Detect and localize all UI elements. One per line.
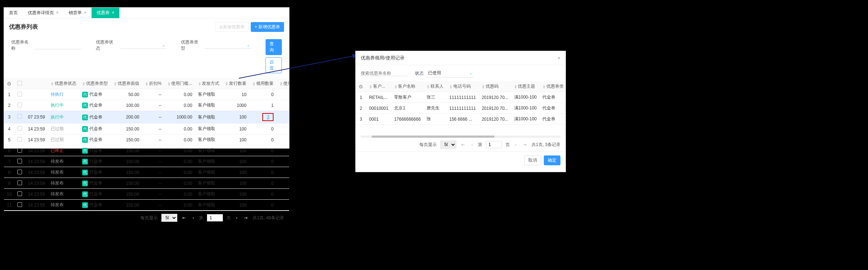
modal-title: 优惠券领用/使用记录 <box>361 55 405 61</box>
page-size-select[interactable]: 50 <box>161 214 177 222</box>
tab-bar: 首页 优惠券详情页× 销货单× 优惠券× <box>4 8 289 18</box>
first-page-icon[interactable]: ⇤ <box>181 215 187 220</box>
usage-record-modal: 优惠券领用/使用记录 × ⌕ 状态 已使用⌄ ⚙ ▲▼客户... ▲▼客户名称 … <box>355 51 566 172</box>
table-row[interactable]: 3000117666666666张156 6666 ...2019120 70.… <box>356 114 566 125</box>
row-checkbox[interactable] <box>17 191 22 196</box>
filter-type-select[interactable]: ⌄ <box>205 42 251 49</box>
tab-home[interactable]: 首页 <box>4 8 23 18</box>
row-checkbox[interactable] <box>17 103 22 107</box>
table-row[interactable]: 3 07 23:59 执行中 代代金券 200.00 -- 1000.00 客户… <box>4 111 289 124</box>
claim-count-link[interactable]: 3 <box>262 113 274 121</box>
filter-name-label: 优惠券名称 <box>11 39 31 51</box>
pagination-summary: 共1页, 49条记录 <box>253 215 284 221</box>
table-row[interactable]: 6 14 23:59 已终止 代代金券 150.00 -- 0.00 客户领取 … <box>4 145 289 156</box>
row-checkbox[interactable] <box>17 202 22 207</box>
search-box[interactable]: ⌕ <box>361 71 408 76</box>
horizontal-scrollbar[interactable] <box>361 136 560 138</box>
prev-page-icon[interactable]: ‹ <box>470 142 474 147</box>
table-row[interactable]: 10 14 23:59 待发布 代代金券 150.00 -- 0.00 客户领取… <box>4 189 289 200</box>
filter-status-select[interactable]: ⌄ <box>120 42 166 49</box>
filter-status-label: 优惠券状态 <box>96 39 117 51</box>
page-header: 优惠券列表 ⊘ 发放优惠券 + 新增优惠券 <box>4 18 289 36</box>
filter-bar: 优惠券名称 优惠券状态⌄ 优惠券类型⌄ 查询 设置 <box>4 36 289 78</box>
page-input[interactable] <box>486 141 502 148</box>
modal-status-select[interactable]: 已使用⌄ <box>427 69 474 78</box>
close-icon[interactable]: × <box>558 55 560 61</box>
last-page-icon[interactable]: ⇥ <box>242 215 249 220</box>
add-coupon-button[interactable]: + 新增优惠券 <box>251 22 284 32</box>
table-row[interactable]: 4 14 23:59 已过期 代代金券 150.00 -- 0.00 客户领取 … <box>4 124 289 134</box>
last-page-icon[interactable]: ⇥ <box>521 142 528 147</box>
pagination: 每页显示 50 ⇤ ‹ 第 页 › ⇥ 共1页, 49条记录 <box>4 211 289 225</box>
gear-icon[interactable]: ⚙ <box>359 84 363 90</box>
gear-icon[interactable]: ⚙ <box>7 81 12 87</box>
query-button[interactable]: 查询 <box>266 39 282 55</box>
table-row[interactable]: 8 14 23:59 待发布 代代金券 150.00 -- 0.00 客户领取 … <box>4 167 289 178</box>
chevron-down-icon: ⌄ <box>162 43 165 47</box>
row-checkbox[interactable] <box>17 148 22 153</box>
page-size-select[interactable]: 50 <box>440 141 456 149</box>
row-checkbox[interactable] <box>17 170 22 174</box>
row-checkbox[interactable] <box>17 114 22 119</box>
main-window: 首页 优惠券详情页× 销货单× 优惠券× 优惠券列表 ⊘ 发放优惠券 + 新增优… <box>4 7 289 149</box>
row-checkbox[interactable] <box>17 180 22 185</box>
confirm-button[interactable]: 确定 <box>544 155 560 165</box>
chevron-down-icon: ⌄ <box>469 71 472 75</box>
distribute-button[interactable]: ⊘ 发放优惠券 <box>215 22 249 32</box>
cancel-button[interactable]: 取消 <box>524 155 541 165</box>
chevron-down-icon: ⌄ <box>247 43 250 47</box>
next-page-icon[interactable]: › <box>513 142 518 147</box>
prev-page-icon[interactable]: ‹ <box>191 215 195 220</box>
tab-sales-order[interactable]: 销货单× <box>64 8 92 18</box>
table-row[interactable]: 9 14 23:59 待发布 代代金券 150.00 -- 0.00 客户领取 … <box>4 178 289 189</box>
filter-name-input[interactable] <box>34 42 81 49</box>
row-checkbox[interactable] <box>17 137 22 142</box>
page-input[interactable] <box>207 214 223 221</box>
table-row[interactable]: 2 执行中 代代金券 100.00 -- 0.00 客户领取 1000 1 0 … <box>4 100 289 111</box>
table-row[interactable]: 5 14 23:59 已过期 代代金券 150.00 -- 0.00 客户领取 … <box>4 134 289 145</box>
row-checkbox[interactable] <box>17 126 22 131</box>
page-title: 优惠券列表 <box>9 23 38 31</box>
close-icon[interactable]: × <box>84 10 86 15</box>
table-row[interactable]: 1 待执行 代代金券 50.00 -- 0.00 客户领取 10 0 0 ↗⊞ <box>4 89 289 100</box>
row-checkbox[interactable] <box>17 159 22 163</box>
close-icon[interactable]: × <box>56 10 59 15</box>
pagination-summary: 共1页, 3条记录 <box>532 142 560 148</box>
settings-button[interactable]: 设置 <box>266 57 282 73</box>
coupon-table: ⚙ ▲▼优惠券状态 ▲▼优惠券类型 ▲▼优惠券面值 ▲▼折扣% ▲▼使用门槛..… <box>4 78 289 211</box>
filter-type-label: 优惠券类型 <box>181 39 202 51</box>
table-row[interactable]: 200010001北京1唐先生111111111112019120 70...满… <box>356 103 566 114</box>
table-row[interactable]: 7 14 23:59 待发布 代代金券 150.00 -- 0.00 客户领取 … <box>4 156 289 167</box>
first-page-icon[interactable]: ⇤ <box>460 142 466 147</box>
search-input[interactable] <box>361 71 415 76</box>
row-checkbox[interactable] <box>17 92 22 96</box>
table-row[interactable]: 11 14 23:59 待发布 代代金券 150.00 -- 0.00 客户领取… <box>4 200 289 211</box>
select-all-checkbox[interactable] <box>17 81 22 86</box>
table-row[interactable]: 1RETAIL...零散客户张三111111111112019120 70...… <box>356 92 566 103</box>
tab-coupon-detail[interactable]: 优惠券详情页× <box>23 8 64 18</box>
close-icon[interactable]: × <box>112 10 114 15</box>
tab-coupon[interactable]: 优惠券× <box>92 8 119 18</box>
next-page-icon[interactable]: › <box>234 215 239 220</box>
